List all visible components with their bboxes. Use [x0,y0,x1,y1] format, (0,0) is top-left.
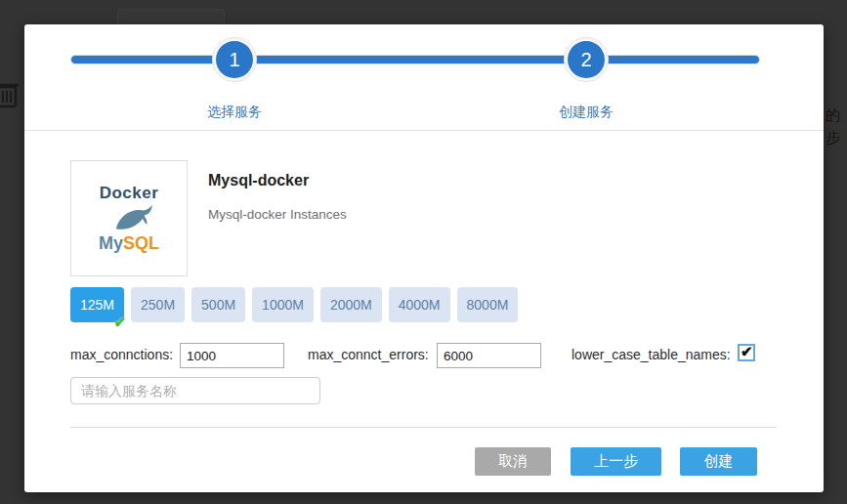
memory-option-250m[interactable]: 250M [131,287,185,322]
previous-step-button[interactable]: 上一步 [571,447,661,476]
create-service-dialog: 1 2 选择服务 创建服务 Docker MySQL Mysql-docker … [24,24,824,492]
max-connect-errors-input[interactable] [437,343,541,368]
memory-option-1000m[interactable]: 1000M [252,287,314,322]
step-2-node: 2 [564,37,609,82]
mysql-dolphin-icon [113,204,154,235]
memory-option-label: 125M [80,297,114,313]
memory-option-label: 2000M [330,297,372,313]
cancel-button[interactable]: 取消 [475,447,551,476]
check-icon: ✔ [113,315,126,329]
lower-case-checkbox[interactable] [738,344,755,361]
memory-option-125m[interactable]: 125M ✔ [70,287,124,322]
memory-option-500m[interactable]: 500M [191,287,245,322]
divider [70,427,777,428]
memory-option-label: 500M [201,297,235,313]
mysql-logo-text: MySQL [99,233,159,254]
memory-option-2000m[interactable]: 2000M [320,287,382,322]
mysql-logo-sql: SQL [123,233,159,253]
memory-option-label: 1000M [262,297,304,313]
step-2-label: 创建服务 [528,104,645,121]
service-subtitle: Mysql-docker Instances [208,207,347,222]
max-connect-errors-label: max_connct_errors: [308,347,429,362]
trash-icon [0,79,20,108]
service-title: Mysql-docker [208,172,309,189]
background-clipped-text: 的 步 [826,104,847,150]
memory-option-label: 250M [141,297,175,313]
service-logo: Docker MySQL [70,160,188,276]
memory-options-row: 125M ✔ 250M 500M 1000M 2000M 4000M 8000M [70,287,518,322]
mysql-logo-my: My [99,233,123,253]
memory-option-label: 4000M [399,297,441,313]
max-connections-input[interactable] [180,343,284,368]
step-1-node: 1 [212,37,257,82]
divider [24,130,824,131]
step-2-circle: 2 [568,41,605,78]
max-connections-label: max_connctions: [70,347,173,362]
service-name-input[interactable] [70,377,320,404]
step-1-label: 选择服务 [176,104,293,121]
docker-logo-text: Docker [100,184,159,203]
memory-option-4000m[interactable]: 4000M [389,287,450,322]
create-button[interactable]: 创建 [680,447,757,476]
memory-option-8000m[interactable]: 8000M [457,287,519,322]
memory-option-label: 8000M [467,297,509,313]
lower-case-table-names-label: lower_case_table_names: [572,347,731,362]
step-1-circle: 1 [216,41,253,78]
stepper-progress-bar [70,55,760,64]
